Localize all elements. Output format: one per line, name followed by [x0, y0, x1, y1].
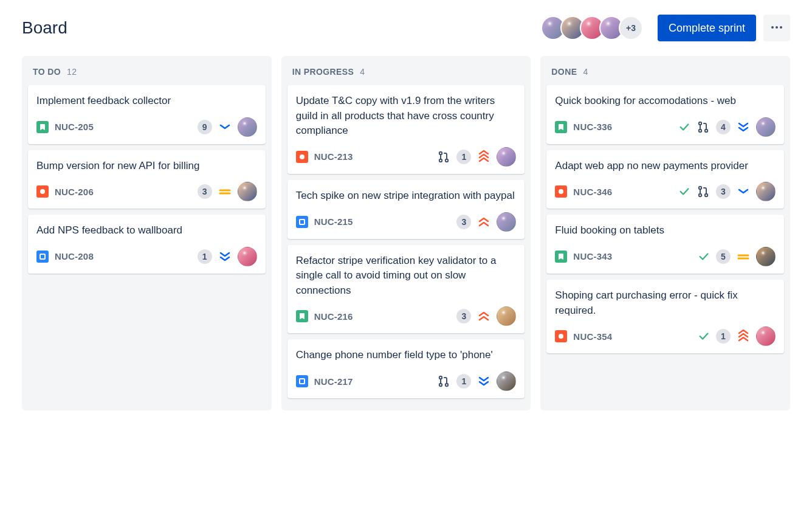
- column-count: 4: [360, 67, 365, 77]
- pull-request-icon[interactable]: [437, 150, 450, 164]
- column-header[interactable]: TO DO12: [28, 66, 266, 85]
- page-title: Board: [22, 18, 67, 38]
- story-points-badge: 5: [716, 249, 731, 264]
- issue-card[interactable]: Tech spike on new stripe integration wit…: [287, 180, 525, 239]
- more-icon: [769, 20, 784, 36]
- issue-card[interactable]: Bump version for new API for billingNUC-…: [28, 150, 266, 209]
- column-count: 4: [583, 67, 588, 77]
- avatar[interactable]: [497, 147, 516, 167]
- issue-key[interactable]: NUC-213: [314, 151, 353, 162]
- issue-title: Refactor stripe verification key validat…: [296, 254, 517, 299]
- issue-key[interactable]: NUC-215: [314, 216, 353, 227]
- issue-key[interactable]: NUC-346: [573, 187, 612, 197]
- issue-key[interactable]: NUC-206: [55, 187, 94, 197]
- bug-icon: [555, 185, 567, 198]
- task-icon: [296, 216, 308, 228]
- issue-title: Change phone number field type to 'phone…: [296, 348, 517, 363]
- issue-card[interactable]: Change phone number field type to 'phone…: [287, 339, 525, 398]
- issue-key[interactable]: NUC-343: [573, 251, 612, 261]
- column-title: TO DO: [33, 67, 61, 77]
- board-column: IN PROGRESS4Update T&C copy with v1.9 fr…: [281, 56, 531, 410]
- avatar[interactable]: [756, 117, 776, 137]
- avatar[interactable]: [497, 306, 516, 326]
- avatar[interactable]: [497, 212, 516, 232]
- issue-card[interactable]: Adapt web app no new payments providerNU…: [546, 150, 784, 209]
- priority-highest-icon: [477, 150, 490, 164]
- story-points-badge: 9: [198, 120, 212, 134]
- svg-point-0: [771, 26, 774, 29]
- assignee-avatars[interactable]: +3: [541, 16, 643, 40]
- story-icon: [36, 121, 49, 133]
- board-column: TO DO12Implement feedback collectorNUC-2…: [22, 56, 272, 410]
- priority-low-icon: [218, 120, 232, 134]
- avatar[interactable]: [497, 372, 516, 391]
- issue-title: Implement feedback collector: [36, 94, 257, 109]
- column-header[interactable]: IN PROGRESS4: [287, 66, 525, 85]
- avatar[interactable]: [756, 327, 776, 346]
- issue-card[interactable]: Shoping cart purchasing error - quick fi…: [546, 280, 784, 353]
- issue-card[interactable]: Update T&C copy with v1.9 from the write…: [287, 85, 525, 174]
- story-points-badge: 4: [716, 120, 731, 134]
- column-header[interactable]: DONE4: [546, 66, 784, 85]
- story-icon: [555, 121, 567, 133]
- issue-title: Update T&C copy with v1.9 from the write…: [296, 94, 517, 139]
- done-check-icon: [678, 185, 690, 198]
- pull-request-icon[interactable]: [437, 375, 450, 388]
- story-icon: [296, 310, 308, 322]
- task-icon: [36, 251, 49, 263]
- avatar-overflow[interactable]: +3: [619, 16, 643, 40]
- avatar[interactable]: [238, 182, 257, 201]
- issue-card[interactable]: Implement feedback collectorNUC-2059: [28, 85, 266, 144]
- bug-icon: [296, 151, 308, 163]
- bug-icon: [36, 185, 49, 198]
- svg-point-2: [780, 26, 782, 29]
- column-count: 12: [67, 67, 77, 77]
- priority-high-icon: [477, 215, 490, 229]
- pull-request-icon[interactable]: [697, 185, 710, 198]
- story-points-badge: 1: [198, 249, 212, 264]
- avatar[interactable]: [238, 117, 257, 137]
- priority-high-icon: [477, 309, 490, 323]
- issue-card[interactable]: Quick booking for accomodations - webNUC…: [546, 85, 784, 144]
- issue-title: Tech spike on new stripe integration wit…: [296, 188, 517, 204]
- more-actions-button[interactable]: [763, 15, 790, 41]
- issue-title: Quick booking for accomodations - web: [555, 94, 776, 109]
- issue-title: Shoping cart purchasing error - quick fi…: [555, 288, 776, 318]
- story-points-badge: 3: [456, 215, 471, 229]
- pull-request-icon[interactable]: [697, 120, 710, 134]
- issue-title: Adapt web app no new payments provider: [555, 159, 776, 174]
- story-points-badge: 1: [716, 329, 731, 344]
- issue-key[interactable]: NUC-216: [314, 311, 353, 322]
- issue-key[interactable]: NUC-354: [573, 331, 612, 342]
- column-title: DONE: [551, 67, 577, 77]
- issue-title: Bump version for new API for billing: [36, 159, 257, 174]
- priority-highest-icon: [737, 330, 750, 343]
- story-points-badge: 3: [198, 184, 212, 199]
- issue-key[interactable]: NUC-208: [55, 251, 94, 261]
- column-title: IN PROGRESS: [292, 67, 354, 77]
- avatar[interactable]: [756, 182, 776, 201]
- issue-key[interactable]: NUC-336: [573, 122, 612, 132]
- issue-card[interactable]: Refactor stripe verification key validat…: [287, 245, 525, 334]
- issue-card[interactable]: Fluid booking on tabletsNUC-3435: [546, 215, 784, 274]
- board-column: DONE4Quick booking for accomodations - w…: [540, 56, 790, 410]
- avatar[interactable]: [238, 247, 257, 266]
- issue-key[interactable]: NUC-217: [314, 376, 353, 387]
- issue-card[interactable]: Add NPS feedback to wallboardNUC-2081: [28, 215, 266, 274]
- priority-lowest-icon: [737, 120, 750, 134]
- priority-medium-icon: [218, 185, 232, 198]
- task-icon: [296, 375, 308, 387]
- issue-key[interactable]: NUC-205: [55, 122, 94, 132]
- avatar[interactable]: [756, 247, 776, 266]
- issue-title: Fluid booking on tablets: [555, 223, 776, 238]
- priority-lowest-icon: [218, 250, 232, 263]
- done-check-icon: [698, 330, 710, 342]
- story-points-badge: 3: [716, 184, 731, 199]
- priority-lowest-icon: [477, 375, 490, 388]
- svg-point-1: [776, 26, 778, 29]
- complete-sprint-button[interactable]: Complete sprint: [658, 15, 756, 41]
- story-points-badge: 3: [456, 309, 471, 323]
- story-points-badge: 1: [456, 150, 471, 164]
- done-check-icon: [678, 121, 690, 133]
- story-icon: [555, 251, 567, 263]
